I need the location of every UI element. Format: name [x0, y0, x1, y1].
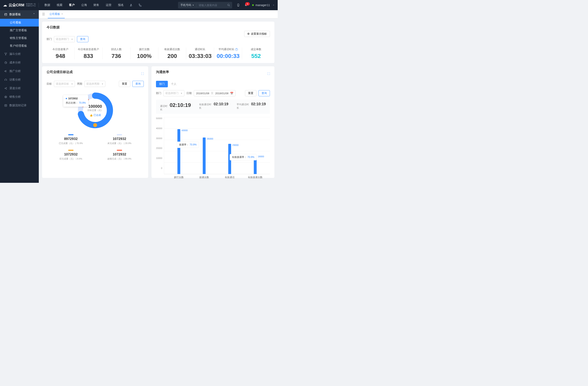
- comm-dept-label: 部门: [156, 91, 161, 95]
- bar-plot: 43000拨打次数35000接通次数29000有效通话18000有效接通次数接通…: [164, 117, 270, 174]
- chevron-up-icon: ˄: [33, 13, 35, 16]
- sidebar-item-promo-mgr[interactable]: 推广主管看板: [0, 26, 39, 34]
- funnel-icon: [4, 52, 7, 56]
- svg-point-7: [5, 88, 5, 89]
- hamburger-icon[interactable]: ☰: [42, 12, 45, 16]
- list-icon: [4, 104, 7, 107]
- search-type-select[interactable]: 手机号码▼: [178, 3, 197, 7]
- today-query-button[interactable]: 查询: [77, 36, 88, 42]
- sidebar-visitor[interactable]: 访客分析: [0, 76, 39, 84]
- donut-chart: 100000 目标总量（元） 👍已达成 1072932 所占比例：70.9%: [46, 91, 144, 130]
- bar-chart: 50000400003000020000100000 43000拨打次数3500…: [156, 117, 270, 174]
- kpi: 今日有效首咨客户833: [75, 48, 103, 59]
- workspace-tabs: ☰ 公司看板✕: [39, 10, 278, 18]
- nav-ops[interactable]: 运营: [106, 3, 111, 7]
- close-icon[interactable]: ✕: [61, 13, 63, 15]
- kpi: 今日首咨客户948: [46, 48, 75, 59]
- sidebar-funnel[interactable]: 漏斗分析: [0, 50, 39, 58]
- comm-date-label: 日期: [186, 91, 192, 95]
- seg-dept[interactable]: 部门: [156, 81, 168, 87]
- comm-card: 沟通效率 ⛶ 部门 个人 部门 请选择部门▼ 日期 2018/01/08至201…: [151, 66, 274, 178]
- sidebar-item-company[interactable]: 公司看板: [0, 19, 39, 26]
- period-label: 周期: [77, 82, 82, 86]
- tab-company[interactable]: 公司看板✕: [48, 10, 65, 18]
- period-select[interactable]: 请选择周期▼: [84, 81, 105, 87]
- kpi: 拨打次数100%: [130, 48, 158, 59]
- sidebar-group-dashboard[interactable]: 数据看板 ˄: [0, 10, 39, 19]
- comm-reset-button[interactable]: 重置: [245, 90, 256, 96]
- goal-legend: 8972932已完成量（元） | 70.9%1072932未完成量（元） | 2…: [46, 132, 144, 163]
- sidebar-flow[interactable]: 数据流转记录: [0, 101, 39, 110]
- main-nav: 数据 线索 客户 公海 财务 运营 报名: [44, 3, 124, 7]
- annotation: 接通率：70.9%: [177, 142, 199, 148]
- pie-icon: [4, 61, 7, 64]
- bar-group: 43000拨打次数: [169, 129, 189, 174]
- kpi: 成交单数552: [242, 48, 270, 59]
- nav-sea[interactable]: 公海: [81, 3, 87, 7]
- stat-item: 有效通话时长02:10:19: [199, 102, 229, 111]
- date-range-input[interactable]: 2018/01/08至2018/01/08 📅: [194, 90, 236, 96]
- comm-dept-select[interactable]: 请选择部门▼: [163, 90, 184, 96]
- comm-query-button[interactable]: 查询: [258, 90, 270, 96]
- dept-select[interactable]: 请选择部门▼: [54, 36, 75, 42]
- dept-label: 部门: [46, 37, 52, 41]
- phone-icon[interactable]: [138, 3, 142, 7]
- svg-point-4: [238, 6, 238, 6]
- add-user-icon[interactable]: [129, 3, 133, 7]
- sidebar-sales[interactable]: 销售分析: [0, 93, 39, 101]
- sidebar-channel[interactable]: 渠道分析: [0, 84, 39, 93]
- user-menu[interactable]: manager11▼: [252, 3, 274, 7]
- mobile-icon[interactable]: [237, 3, 240, 7]
- settings-button[interactable]: ⚙设置显示指标: [244, 31, 270, 37]
- comm-stats: 通话时长02:10:19有效通话时长02:10:19平均通话时长02:10:19: [156, 99, 270, 114]
- svg-point-9: [6, 89, 6, 89]
- sidebar: 数据看板 ˄ 公司看板 推广主管看板 销售主管看板 客户经理看板 漏斗分析 成本…: [0, 10, 39, 183]
- svg-point-0: [130, 4, 131, 5]
- sidebar-promo[interactable]: 推广分析: [0, 67, 39, 76]
- goal-reset-button[interactable]: 重置: [119, 81, 130, 87]
- gear-icon: ⚙: [247, 32, 250, 35]
- dashboard-icon: [4, 13, 7, 16]
- stat-item: 通话时长02:10:19: [160, 102, 191, 111]
- svg-point-8: [6, 87, 6, 88]
- search-button[interactable]: [225, 2, 232, 8]
- target-icon: [4, 95, 7, 98]
- top-header: ☁云朵CRM 教育机构一站式服务云平台 数据 线索 客户 公海 财务 运营 报名…: [0, 0, 278, 10]
- seg-person[interactable]: 个人: [168, 81, 180, 87]
- logo: ☁云朵CRM 教育机构一站式服务云平台: [3, 3, 39, 8]
- bell-icon[interactable]: [244, 3, 248, 7]
- thumbs-up-icon: 👍: [90, 114, 93, 116]
- svg-point-11: [5, 96, 6, 97]
- sidebar-item-account-mgr[interactable]: 客户经理看板: [0, 42, 39, 50]
- today-title: 今日数据: [46, 25, 88, 30]
- svg-point-10: [5, 96, 7, 98]
- goal-query-button[interactable]: 查询: [132, 81, 144, 87]
- nav-leads[interactable]: 线索: [57, 3, 63, 7]
- target-select[interactable]: 请选择目标▼: [54, 81, 75, 87]
- maximize-icon[interactable]: ⛶: [141, 72, 144, 75]
- nav-enroll[interactable]: 报名: [118, 3, 124, 7]
- legend-item: 1072932应完成量（元） | 8.9%: [46, 147, 95, 163]
- donut-status: 👍已达成: [87, 114, 103, 117]
- donut-tooltip: 1072932 所占比例：70.9%: [63, 95, 88, 107]
- svg-point-16: [93, 123, 97, 127]
- kpi: 有效通话次数200: [158, 48, 186, 59]
- annotation: 有效接通率：70.9%: [230, 154, 257, 160]
- kpi: 平均通话时长?00:00:33: [214, 48, 242, 59]
- search-input[interactable]: [197, 4, 225, 7]
- maximize-icon[interactable]: ⛶: [268, 72, 270, 75]
- donut-sub: 目标总量（元）: [87, 109, 103, 112]
- headset-icon: [4, 78, 7, 81]
- nav-data[interactable]: 数据: [44, 3, 50, 7]
- global-search: 手机号码▼: [178, 2, 232, 8]
- goal-card: 公司业绩目标达成 ⛶ 目标 请选择目标▼ 周期 请选择周期▼ 重置 查询: [42, 66, 148, 178]
- sidebar-item-sales-mgr[interactable]: 销售主管看板: [0, 34, 39, 42]
- goal-title: 公司业绩目标达成: [46, 70, 73, 74]
- nav-customers[interactable]: 客户: [69, 3, 75, 7]
- y-axis: 50000400003000020000100000: [156, 117, 164, 174]
- nav-finance[interactable]: 财务: [93, 3, 99, 7]
- sidebar-cost[interactable]: 成本分析: [0, 58, 39, 67]
- help-icon[interactable]: ?: [235, 48, 238, 51]
- megaphone-icon: [4, 70, 7, 73]
- legend-item: 8972932已完成量（元） | 70.9%: [46, 132, 95, 147]
